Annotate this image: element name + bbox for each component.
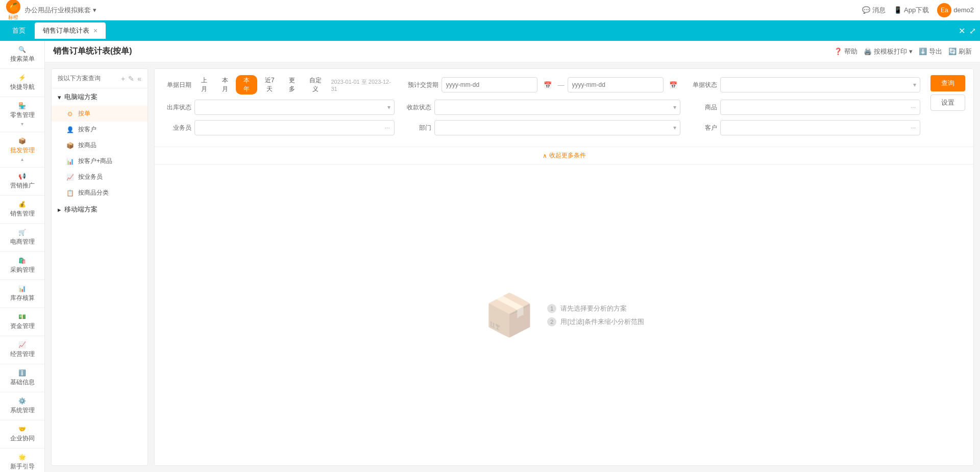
sidebar-item-ops[interactable]: 📈 经营管理 (0, 336, 44, 364)
sidebar-item-corp[interactable]: 🤝 企业协同 (0, 420, 44, 449)
sidebar-item-basic[interactable]: ℹ️ 基础信息 (0, 364, 44, 392)
scheme-item-by-order[interactable]: ⊙ 按单 (52, 106, 148, 122)
left-panel-header: 按以下方案查询 + ✎ « (52, 69, 148, 88)
date-more-btn[interactable]: 更多 (282, 75, 302, 95)
sidebar-item-sales[interactable]: 💰 销售管理 (0, 196, 44, 224)
export-btn[interactable]: ⬇️ 导出 (919, 47, 942, 56)
delivery-date-from[interactable] (442, 77, 537, 92)
page-header: 销售订单统计表(按单) ❓ 帮助 🖨️ 按模板打印 ▾ ⬇️ 导出 🔄 刷新 (45, 41, 980, 62)
sidebar-item-ecom[interactable]: 🛒 电商管理 (0, 224, 44, 252)
phone-icon: 📱 (894, 6, 902, 14)
company-name: 办公用品行业模拟账套 (24, 6, 91, 15)
tab-home[interactable]: 首页 (4, 22, 34, 39)
sidebar-item-purchase[interactable]: 🛍️ 采购管理 (0, 252, 44, 280)
message-btn[interactable]: 💬 消息 (862, 6, 886, 15)
user-name: demo2 (953, 6, 974, 14)
print-btn[interactable]: 🖨️ 按模板打印 ▾ (864, 47, 913, 56)
scheme-item-by-goods[interactable]: 📦 按商品 (52, 137, 148, 153)
scheme-item-by-cust-goods[interactable]: 📊 按客户+商品 (52, 153, 148, 169)
scheme-item-by-customer[interactable]: 👤 按客户 (52, 122, 148, 137)
inventory-icon: 📊 (18, 285, 26, 292)
window-close-btn[interactable]: ✕ (959, 26, 965, 36)
logo-area[interactable]: 🍊 标橙 (6, 0, 20, 21)
filter-area: 单据日期 上月 本月 本年 近7天 更多 自定义 (155, 69, 973, 147)
empty-hint-1: 1 请先选择要分析的方案 (547, 304, 644, 313)
window-maximize-btn[interactable]: ⤢ (969, 26, 976, 36)
sidebar-search[interactable]: 🔍 搜索菜单 (0, 41, 44, 69)
user-area[interactable]: Ea demo2 (937, 3, 974, 17)
top-bar: 🍊 标橙 办公用品行业模拟账套 ▾ 💬 消息 📱 App下载 Ea demo2 (0, 0, 980, 20)
page-header-actions: ❓ 帮助 🖨️ 按模板打印 ▾ ⬇️ 导出 🔄 刷新 (834, 47, 972, 56)
query-btn[interactable]: 查询 (930, 75, 965, 91)
payment-status-select[interactable] (434, 100, 681, 115)
finance-icon: 💵 (18, 313, 26, 320)
scheme-item-by-category[interactable]: 📋 按商品分类 (52, 185, 148, 201)
help-icon: ❓ (834, 48, 842, 55)
date-btns: 上月 本月 本年 近7天 更多 自定义 (194, 75, 328, 95)
sidebar-item-finance[interactable]: 💵 资金管理 (0, 308, 44, 336)
scheme-group-desktop-header[interactable]: ▾ 电脑端方案 (52, 88, 148, 106)
refresh-btn[interactable]: 🔄 刷新 (948, 47, 972, 56)
settings-btn[interactable]: 设置 (930, 95, 965, 111)
add-scheme-btn[interactable]: + (121, 75, 125, 83)
collapse-panel-btn[interactable]: « (137, 75, 141, 83)
by-goods-icon: 📦 (66, 141, 74, 150)
sidebar-item-newbie[interactable]: 🌟 新手引导 (0, 449, 44, 472)
by-category-icon: 📋 (66, 189, 74, 197)
date-filter-label: 单据日期 (163, 81, 191, 89)
system-icon: ⚙️ (18, 397, 26, 405)
date-this-year-btn[interactable]: 本年 (236, 75, 257, 95)
goods-select[interactable]: ··· (720, 100, 920, 115)
ecom-icon: 🛒 (18, 229, 26, 236)
customer-select[interactable]: ··· (720, 120, 920, 135)
logo-icon: 🍊 (6, 0, 20, 14)
date-last-month-btn[interactable]: 上月 (194, 75, 214, 95)
sidebar-quicknav[interactable]: ⚡ 快捷导航 (0, 69, 44, 97)
retail-icon: 🏪 (18, 102, 26, 109)
company-selector[interactable]: 办公用品行业模拟账套 ▾ (24, 6, 96, 15)
delivery-date-to[interactable] (568, 77, 664, 92)
company-arrow-icon: ▾ (93, 6, 96, 14)
page-title: 销售订单统计表(按单) (53, 46, 132, 57)
empty-hint-2: 2 用[过滤]条件来缩小分析范围 (547, 317, 644, 326)
sales-icon: 💰 (18, 201, 26, 208)
user-avatar: Ea (937, 3, 951, 17)
scheme-group-arrow-icon: ▾ (58, 93, 61, 101)
corp-icon: 🤝 (18, 426, 26, 433)
salesperson-select[interactable]: ··· (194, 120, 395, 135)
content-area: 销售订单统计表(按单) ❓ 帮助 🖨️ 按模板打印 ▾ ⬇️ 导出 🔄 刷新 (45, 41, 980, 472)
left-scheme-panel: 按以下方案查询 + ✎ « ▾ 电脑端方案 ⊙ 按单 (51, 68, 148, 466)
ops-icon: 📈 (18, 341, 26, 348)
help-btn[interactable]: ❓ 帮助 (834, 47, 857, 56)
date-custom-btn[interactable]: 自定义 (303, 75, 328, 95)
delivery-status-select[interactable] (194, 100, 395, 115)
department-select[interactable] (434, 120, 681, 135)
collapse-bar[interactable]: ∧ 收起更多条件 (155, 147, 973, 164)
sidebar-item-wholesale[interactable]: 📦 批发管理 ▴ (0, 132, 44, 168)
scheme-group-mobile-arrow-icon: ▸ (58, 206, 61, 214)
edit-scheme-btn[interactable]: ✎ (128, 75, 134, 83)
by-salesperson-icon: 📈 (66, 173, 74, 181)
scheme-group-mobile: ▸ 移动端方案 (52, 201, 148, 218)
sidebar-item-system[interactable]: ⚙️ 系统管理 (0, 392, 44, 420)
empty-state: 📦 1 请先选择要分析的方案 2 用[过滤]条件来缩小分析范围 (155, 164, 973, 465)
scheme-group-mobile-header[interactable]: ▸ 移动端方案 (52, 201, 148, 218)
sidebar-item-marketing[interactable]: 📢 营销推广 (0, 168, 44, 196)
message-icon: 💬 (862, 6, 870, 14)
date-7days-btn[interactable]: 近7天 (258, 75, 281, 95)
tab-sales-order[interactable]: 销售订单统计表 × (35, 22, 106, 39)
expected-delivery-label: 预计交货期 (403, 81, 438, 89)
right-content-inner: 单据日期 上月 本月 本年 近7天 更多 自定义 (154, 68, 974, 466)
date-this-month-btn[interactable]: 本月 (215, 75, 234, 95)
scheme-item-by-salesperson[interactable]: 📈 按业务员 (52, 169, 148, 185)
app-download-btn[interactable]: 📱 App下载 (894, 6, 929, 15)
single-status-select[interactable] (720, 77, 920, 92)
tab-close-btn[interactable]: × (93, 27, 97, 35)
by-order-icon: ⊙ (66, 110, 74, 118)
goods-label: 商品 (689, 103, 717, 112)
by-cust-goods-icon: 📊 (66, 157, 74, 166)
sidebar-item-retail[interactable]: 🏪 零售管理 ▾ (0, 97, 44, 132)
top-bar-left: 🍊 标橙 办公用品行业模拟账套 ▾ (6, 0, 96, 21)
basic-icon: ℹ️ (18, 369, 26, 376)
sidebar-item-inventory[interactable]: 📊 库存核算 (0, 280, 44, 308)
